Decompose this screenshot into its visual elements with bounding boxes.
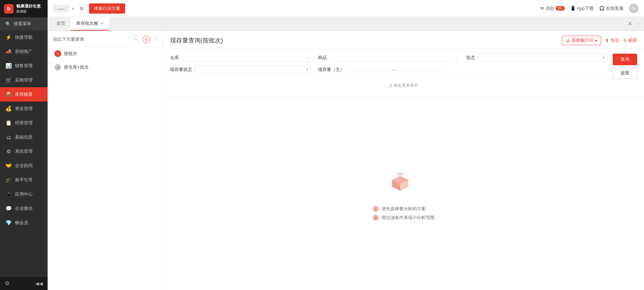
breadcrumb-dropdown[interactable]: ▾	[72, 6, 74, 11]
scheme-by-batch[interactable]: ⊙ 按批次	[48, 47, 163, 60]
target-button[interactable]: ⊙	[142, 36, 150, 43]
collapse-conditions-button[interactable]: ⋀ 收起更多条件	[170, 79, 637, 92]
sidebar-item-enterprise[interactable]: 🤝 企业协同	[0, 159, 48, 173]
add-scheme-button[interactable]: ＋	[132, 36, 140, 43]
user-menu-button[interactable]: Rit	[629, 4, 639, 13]
online-service-button[interactable]: 🎧 在线客服	[599, 5, 624, 12]
search-menu[interactable]: 🔍 搜索菜单	[0, 17, 48, 30]
sidebar-item-sales[interactable]: 📊 销售管理	[0, 59, 48, 73]
sidebar-item-wechat[interactable]: 💬 企业微信	[0, 201, 48, 216]
tab-bar: 首页 库存批次账 ✕ ✕ ›	[48, 17, 644, 31]
topbar-gear-button[interactable]: ⚙	[77, 4, 86, 13]
filter-row-1: 仓库 ... 商品 ...	[170, 54, 607, 61]
hint-text-2: 用过滤条件来缩小分析范围	[382, 215, 435, 221]
page-header-actions: 🖨 按模板打印 ▾ ⬆ 导出 ↻ 刷新	[562, 36, 637, 45]
left-panel-collapse-button[interactable]: 《	[153, 36, 157, 42]
search-icon: 🔍	[5, 21, 11, 26]
tab-home[interactable]: 首页	[51, 17, 71, 31]
newbie-icon: 🎓	[5, 177, 12, 183]
sidebar-nav: ⚡ 快捷导航 📣 营销推广 📊 销售管理 🛒 采购管理 📦 库存核算 💰 资金管…	[0, 30, 48, 276]
sidebar: b 畅康通好生意 标准版 🔍 搜索菜单 ⚡ 快捷导航 📣 营销推广 📊 销售管理…	[0, 0, 48, 290]
sidebar-item-basic[interactable]: 🗂 基础信息	[0, 130, 48, 144]
left-panel-title: 按以下方案查询	[53, 36, 84, 42]
filter-settings-button[interactable]: 设置	[613, 67, 637, 79]
sidebar-item-label: 企业协同	[15, 163, 33, 169]
stock-status-select[interactable]: ▾	[195, 66, 311, 73]
messages-label: 消息	[545, 5, 554, 12]
messages-button[interactable]: ✉ 消息 99+	[540, 5, 565, 12]
sidebar-item-label: 销售管理	[15, 63, 33, 69]
status-select[interactable]: ▾	[478, 54, 607, 61]
collapse-up-icon: ⋀	[389, 83, 392, 88]
tab-scroll-right[interactable]: ›	[637, 21, 641, 26]
sidebar-item-label: 快捷导航	[15, 34, 33, 40]
scheme-by-warehouse-batch[interactable]: ⊙ 按仓库+批次	[48, 60, 163, 74]
page-close-button[interactable]: ✕	[623, 20, 637, 28]
query-button[interactable]: 查询	[613, 54, 637, 65]
sidebar-item-purchase[interactable]: 🛒 采购管理	[0, 73, 48, 87]
top-bar-right: ✉ 消息 99+ 📱 App下载 🎧 在线客服 Rit	[540, 4, 639, 13]
scheme-by-warehouse-batch-label: 按仓库+批次	[64, 64, 89, 70]
sidebar-item-label: 系统管理	[15, 148, 33, 155]
filter-warehouse: 仓库 ...	[170, 54, 311, 61]
sidebar-item-appstore[interactable]: 📱 应用中心	[0, 187, 48, 201]
sidebar-item-operation[interactable]: 📋 经营管理	[0, 116, 48, 130]
basic-icon: 🗂	[5, 134, 12, 140]
enterprise-icon: 🤝	[5, 163, 12, 169]
filter-area: 仓库 ... 商品 ...	[163, 49, 644, 97]
sidebar-item-inventory[interactable]: 📦 库存核算	[0, 87, 48, 102]
sidebar-footer: ⚙ ◀◀	[0, 276, 48, 290]
sidebar-header: b 畅康通好生意 标准版	[0, 0, 48, 17]
product-input-wrap[interactable]: ...	[329, 54, 459, 61]
main-area: ▬▬ ▾ ⚙ 体验行业方案 ✉ 消息 99+ 📱 App下载 🎧 在线客服 R	[48, 0, 644, 290]
refresh-button[interactable]: ↻ 刷新	[623, 37, 637, 43]
svg-text:✦: ✦	[391, 175, 393, 177]
purchase-icon: 🛒	[5, 77, 12, 83]
sidebar-item-newbie[interactable]: 🎓 新手引导	[0, 173, 48, 187]
sidebar-gear-button[interactable]: ⚙	[5, 280, 10, 287]
sidebar-item-label: 库存核算	[15, 91, 33, 97]
avatar-initials: Rit	[631, 6, 636, 11]
scheme-by-batch-label: 按批次	[64, 51, 77, 57]
sidebar-item-marketing[interactable]: 📣 营销推广	[0, 44, 48, 59]
sidebar-item-vip[interactable]: 💎 畅会员	[0, 216, 48, 230]
filter-stock-amount: 现存量（主） —	[318, 67, 459, 73]
sidebar-item-system[interactable]: ⚙ 系统管理	[0, 144, 48, 159]
app-download-label: App下载	[577, 5, 594, 12]
export-button[interactable]: ⬆ 导出	[605, 37, 619, 43]
stock-amount-from[interactable]	[347, 68, 388, 71]
range-dash: —	[388, 67, 400, 72]
filter-row-2: 现存量状态 ▾ 现存量（主）	[170, 66, 607, 73]
vip-icon: 💎	[5, 220, 12, 226]
sidebar-collapse-button[interactable]: ◀◀	[35, 281, 43, 286]
stock-amount-to[interactable]	[400, 68, 441, 71]
quick-nav-icon: ⚡	[5, 34, 12, 40]
tab-batch-account[interactable]: 库存批次账 ✕	[71, 17, 109, 31]
export-label: 导出	[610, 37, 619, 43]
tab-close-button[interactable]: ✕	[100, 21, 104, 25]
edition-label: 标准版	[16, 9, 41, 14]
company-name: 畅康通好生意	[16, 3, 41, 9]
sidebar-item-finance[interactable]: 💰 资金管理	[0, 102, 48, 116]
app-download-button[interactable]: 📱 App下载	[570, 5, 594, 12]
print-label: 按模板打印	[572, 37, 594, 43]
empty-state: ✦ ✦ 1 请先选择要分析的方案 2 用过滤条件来缩小分析范围	[163, 97, 644, 290]
query-buttons: 查询 设置	[613, 54, 637, 79]
warehouse-more-button[interactable]: ...	[306, 55, 310, 60]
message-icon: ✉	[540, 6, 544, 11]
main-panel: 现存量查询(按批次) 🖨 按模板打印 ▾ ⬆ 导出 ↻ 刷新	[163, 31, 644, 290]
empty-illustration: ✦ ✦	[387, 166, 421, 200]
stock-amount-label: 现存量（主）	[318, 67, 344, 73]
sidebar-item-label: 资金管理	[15, 106, 33, 112]
sidebar-item-quick-nav[interactable]: ⚡ 快捷导航	[0, 30, 48, 44]
product-more-button[interactable]: ...	[455, 55, 458, 60]
print-button[interactable]: 🖨 按模板打印 ▾	[562, 36, 601, 45]
warehouse-input-wrap[interactable]: ...	[182, 54, 311, 61]
print-dropdown-icon: ▾	[595, 38, 597, 43]
breadcrumb: ▬▬	[53, 5, 69, 12]
warehouse-label: 仓库	[170, 55, 179, 61]
product-label: 商品	[318, 55, 327, 61]
system-icon: ⚙	[5, 148, 12, 155]
status-label: 状态	[466, 55, 475, 61]
experience-industry-button[interactable]: 体验行业方案	[89, 3, 125, 14]
